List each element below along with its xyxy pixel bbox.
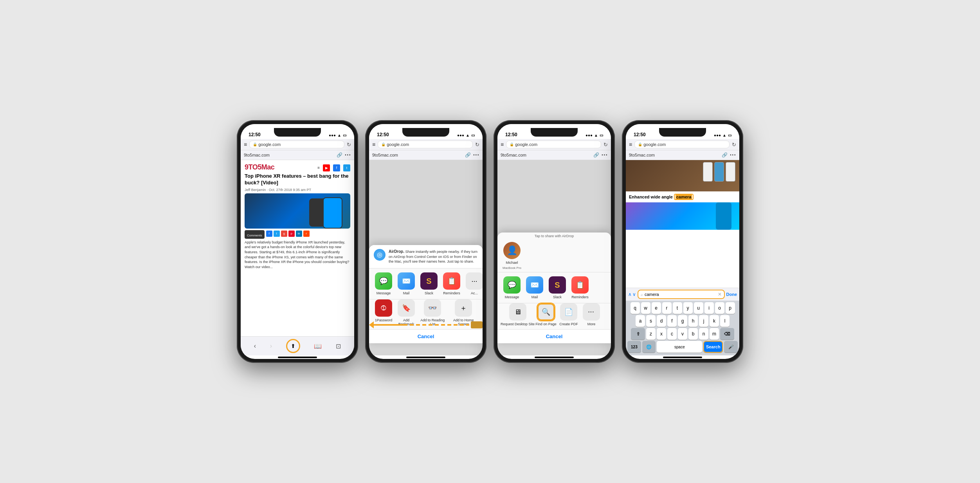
reload-icon-2[interactable]: ↻ bbox=[475, 142, 479, 148]
more-icon-1[interactable]: ··· bbox=[345, 151, 351, 159]
key-y[interactable]: y bbox=[683, 302, 693, 314]
tabs-button-1[interactable]: ⊡ bbox=[336, 342, 341, 350]
share-cancel-3[interactable]: Cancel bbox=[497, 329, 611, 343]
key-d[interactable]: d bbox=[657, 315, 666, 327]
key-q[interactable]: q bbox=[631, 302, 640, 314]
share-button-1[interactable]: ⬆ bbox=[286, 339, 300, 353]
key-f[interactable]: f bbox=[667, 315, 677, 327]
action-reading-list[interactable]: 👓 Add to Reading List bbox=[418, 299, 448, 326]
next-match-button[interactable]: ∨ bbox=[632, 292, 636, 297]
action-add-bookmark[interactable]: 🔖 Add Bookmark bbox=[395, 299, 418, 326]
key-m[interactable]: m bbox=[710, 328, 719, 340]
url-bar-2[interactable]: 🔒 google.com bbox=[378, 141, 473, 148]
menu-icon-2[interactable]: ≡ bbox=[372, 141, 375, 148]
share-app-slack-3[interactable]: S Slack bbox=[546, 276, 569, 299]
forward-button-1[interactable]: › bbox=[270, 342, 272, 350]
action-find-on-page[interactable]: 🔍 Find on Page bbox=[535, 303, 557, 326]
key-space[interactable]: space bbox=[657, 341, 702, 353]
twitter-icon[interactable]: t bbox=[343, 164, 350, 171]
contact-michael[interactable]: 👤 Michael MacBook Pro bbox=[501, 242, 523, 270]
chain-icon-1[interactable]: 🔗 bbox=[337, 152, 342, 158]
find-search-icon: ⌕ bbox=[641, 292, 643, 297]
bookmarks-button-1[interactable]: 📖 bbox=[314, 342, 322, 350]
search-button[interactable]: Search bbox=[703, 341, 723, 353]
key-u[interactable]: u bbox=[694, 302, 703, 314]
find-clear-button[interactable]: ✕ bbox=[718, 292, 722, 297]
key-delete[interactable]: ⌫ bbox=[720, 328, 734, 340]
key-r[interactable]: r bbox=[662, 302, 672, 314]
key-a[interactable]: a bbox=[636, 315, 645, 327]
action-1password[interactable]: ⓵ 1Password bbox=[372, 299, 395, 326]
key-numbers[interactable]: 123 bbox=[627, 341, 641, 353]
find-input-wrap[interactable]: ⌕ camera ✕ bbox=[638, 290, 725, 299]
share-cancel-2[interactable]: Cancel bbox=[369, 329, 483, 343]
url-bar-3[interactable]: 🔒 google.com bbox=[506, 141, 601, 148]
action-more[interactable]: ··· More bbox=[580, 303, 603, 326]
facebook-icon[interactable]: f bbox=[333, 164, 340, 171]
key-x[interactable]: x bbox=[657, 328, 666, 340]
action-request-desktop[interactable]: 🖥 Request Desktop Site bbox=[501, 303, 535, 326]
key-z[interactable]: z bbox=[646, 328, 656, 340]
reload-icon-4[interactable]: ↻ bbox=[732, 142, 736, 148]
key-c[interactable]: c bbox=[667, 328, 677, 340]
key-j[interactable]: j bbox=[699, 315, 708, 327]
key-k[interactable]: k bbox=[710, 315, 719, 327]
url-bar-1[interactable]: 🔒 google.com bbox=[249, 141, 344, 148]
comments-bar[interactable]: Comments bbox=[245, 230, 265, 239]
key-p[interactable]: p bbox=[726, 302, 735, 314]
find-on-page-icon[interactable]: 🔍 bbox=[537, 303, 555, 321]
key-emoji[interactable]: 🌐 bbox=[642, 341, 656, 353]
li-share[interactable]: in bbox=[296, 231, 302, 237]
key-o[interactable]: o bbox=[715, 302, 724, 314]
key-b[interactable]: b bbox=[688, 328, 698, 340]
page-content-1: 9TO5Mac ≡ ▶ f t Top iPhone XR features –… bbox=[241, 160, 354, 336]
chain-icon-2[interactable]: 🔗 bbox=[465, 152, 471, 158]
rd-share[interactable]: r bbox=[303, 231, 310, 237]
reload-icon-1[interactable]: ↻ bbox=[347, 142, 351, 148]
more-icon-4[interactable]: ··· bbox=[730, 151, 736, 159]
more-icon-3[interactable]: ··· bbox=[602, 151, 608, 159]
reload-icon-3[interactable]: ↻ bbox=[603, 142, 608, 148]
key-l[interactable]: l bbox=[720, 315, 730, 327]
chain-icon-4[interactable]: 🔗 bbox=[722, 152, 728, 158]
action-home-screen[interactable]: ＋ Add to Home Screen bbox=[448, 299, 479, 326]
status-time-1: 12:50 bbox=[249, 132, 261, 137]
gp-share[interactable]: g bbox=[281, 231, 287, 237]
key-shift[interactable]: ⇧ bbox=[631, 328, 645, 340]
tw-share[interactable]: t bbox=[274, 231, 280, 237]
fb-share[interactable]: f bbox=[266, 231, 272, 237]
key-e[interactable]: e bbox=[652, 302, 661, 314]
key-i[interactable]: i bbox=[704, 302, 714, 314]
key-t[interactable]: t bbox=[673, 302, 682, 314]
key-mic[interactable]: 🎤 bbox=[724, 341, 738, 353]
key-g[interactable]: g bbox=[678, 315, 687, 327]
more-icon-2[interactable]: ··· bbox=[473, 151, 479, 159]
key-h[interactable]: h bbox=[688, 315, 698, 327]
back-button-1[interactable]: ‹ bbox=[254, 342, 256, 350]
share-app-mail[interactable]: ✉️ Mail bbox=[395, 272, 418, 295]
key-n[interactable]: n bbox=[699, 328, 708, 340]
share-app-more[interactable]: ··· Ac... bbox=[463, 272, 483, 295]
menu-icon-1[interactable]: ≡ bbox=[244, 141, 247, 148]
share-app-slack[interactable]: S Slack bbox=[418, 272, 440, 295]
share-app-message[interactable]: 💬 Message bbox=[372, 272, 395, 295]
key-w[interactable]: w bbox=[641, 302, 650, 314]
share-app-reminders[interactable]: 📋 Reminders bbox=[440, 272, 463, 295]
nav-menu-icon[interactable]: ≡ bbox=[317, 166, 320, 170]
key-s[interactable]: s bbox=[646, 315, 656, 327]
key-v[interactable]: v bbox=[678, 328, 687, 340]
action-create-pdf[interactable]: 📄 Create PDF bbox=[557, 303, 580, 326]
chain-icon-3[interactable]: 🔗 bbox=[593, 152, 599, 158]
youtube-icon[interactable]: ▶ bbox=[323, 164, 330, 171]
url-bar-4[interactable]: 🔒 google.com bbox=[634, 141, 730, 148]
menu-icon-4[interactable]: ≡ bbox=[629, 141, 632, 148]
share-app-mail-3[interactable]: ✉️ Mail bbox=[523, 276, 546, 299]
share-app-message-3[interactable]: 💬 Message bbox=[501, 276, 523, 299]
find-done-button[interactable]: Done bbox=[726, 292, 737, 297]
share-app-reminders-3[interactable]: 📋 Reminders bbox=[569, 276, 591, 299]
menu-icon-3[interactable]: ≡ bbox=[501, 141, 504, 148]
pt-share[interactable]: p bbox=[288, 231, 295, 237]
prev-match-button[interactable]: ∧ bbox=[628, 292, 632, 297]
find-input-text[interactable]: camera bbox=[645, 292, 716, 297]
browser-bar-1[interactable]: ≡ 🔒 google.com ↻ bbox=[241, 139, 354, 150]
